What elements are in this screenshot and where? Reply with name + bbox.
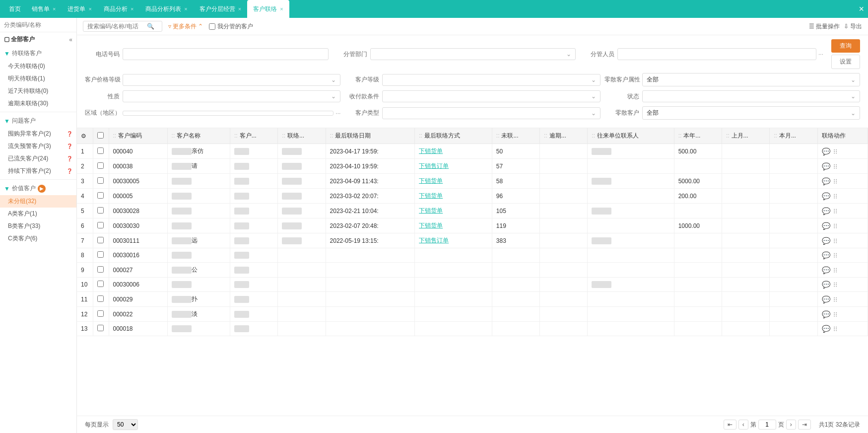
first-page-button[interactable]: ⇤ [724,420,736,430]
last-contact-link[interactable]: 下销售订单 [419,162,449,169]
col-checkbox[interactable] [93,128,109,144]
main-search-input[interactable] [87,23,147,30]
sidebar-group-pending[interactable]: ▼ 待联络客户 [0,47,76,60]
chat-icon[interactable]: 💬 [822,310,830,318]
sidebar-collapse-icon[interactable]: « [69,36,72,43]
query-button[interactable]: 查询 [831,39,860,53]
td-last-method[interactable]: 下销售订单 [415,233,492,248]
qr-icon[interactable]: ⁝⁝ [833,325,837,333]
td-last-method[interactable] [415,248,492,263]
td-last-method[interactable] [415,307,492,322]
filter-dept-select[interactable]: ⌄ [370,48,576,60]
row-checkbox[interactable] [97,222,104,228]
chat-icon[interactable]: 💬 [822,222,830,230]
row-checkbox[interactable] [97,207,104,214]
td-checkbox[interactable] [93,159,109,174]
td-checkbox[interactable] [93,292,109,307]
chat-icon[interactable]: 💬 [822,295,830,303]
filter-customer-type-select[interactable]: ⌄ [382,107,600,119]
td-last-method[interactable]: 下销货单 [415,174,492,189]
row-checkbox[interactable] [97,251,104,258]
sidebar-search-input[interactable] [4,21,77,28]
chat-icon[interactable]: 💬 [822,251,830,259]
filter-status-select[interactable]: ⌄ [642,90,860,102]
home-tab[interactable]: 首页 [4,0,26,18]
row-checkbox[interactable] [97,266,104,273]
row-checkbox[interactable] [97,147,104,154]
close-customer-segment-icon[interactable]: × [238,6,241,12]
page-size-select[interactable]: 50 20 100 [113,419,138,430]
next-page-button[interactable]: › [786,420,796,430]
chat-icon[interactable]: 💬 [822,281,830,289]
td-last-method[interactable]: 下销货单 [415,218,492,233]
batch-ops-button[interactable]: ☰ 批量操作 [809,22,840,31]
filter-manager-dots-icon[interactable]: ··· [818,51,823,58]
chat-icon[interactable]: 💬 [822,192,830,200]
filter-manager-input[interactable] [617,48,816,60]
qr-icon[interactable]: ⁝⁝ [833,207,837,215]
filter-price-level-select[interactable]: ⌄ [123,74,340,86]
tab-product-analysis-list[interactable]: 商品分析列表 × [139,0,193,18]
col-settings[interactable]: ⚙ [77,128,93,144]
filter-retail-customer-select[interactable]: 全部 ⌄ [642,106,860,120]
td-checkbox[interactable] [93,189,109,204]
row-checkbox[interactable] [97,177,104,184]
chat-icon[interactable]: 💬 [822,207,830,215]
close-customer-contact-icon[interactable]: × [280,6,283,12]
filter-retail-attr-select[interactable]: 全部 ⌄ [642,73,860,86]
qr-icon[interactable]: ⁝⁝ [833,147,837,155]
row-checkbox[interactable] [97,162,104,169]
my-customers-checkbox[interactable] [209,23,215,30]
close-all-button[interactable]: × [859,4,864,14]
sidebar-search-box[interactable]: 🔍 [0,18,76,32]
tab-product-analysis[interactable]: 商品分析 × [98,0,139,18]
td-last-method[interactable]: 下销货单 [415,144,492,159]
close-product-analysis-list-icon[interactable]: × [184,6,187,12]
tab-sales-order[interactable]: 销售单 × [26,0,62,18]
sidebar-item-ungroup[interactable]: 未分组(32) [0,195,76,208]
sidebar-group-value[interactable]: ▼ 价值客户 ▶ [0,182,76,195]
sidebar-item-7day-pending[interactable]: 近7天待联络(0) [0,85,76,97]
sidebar-item-class-b[interactable]: B类客户(33) [0,220,76,232]
last-contact-link[interactable]: 下销售订单 [419,237,449,244]
qr-icon[interactable]: ⁝⁝ [833,222,837,230]
td-checkbox[interactable] [93,278,109,292]
close-product-analysis-icon[interactable]: × [131,6,134,12]
close-sales-order-icon[interactable]: × [53,6,56,12]
td-last-method[interactable] [415,322,492,336]
page-number-input[interactable] [758,420,776,430]
more-conditions-button[interactable]: ▿ 更多条件 ⌃ [168,22,203,31]
td-checkbox[interactable] [93,263,109,278]
td-checkbox[interactable] [93,248,109,263]
filter-nature-select[interactable]: ⌄ [123,90,340,102]
last-contact-link[interactable]: 下销货单 [419,207,443,214]
td-last-method[interactable] [415,263,492,278]
select-all-checkbox[interactable] [97,132,104,139]
qr-icon[interactable]: ⁝⁝ [833,162,837,170]
row-checkbox[interactable] [97,295,104,302]
td-last-method[interactable] [415,292,492,307]
qr-icon[interactable]: ⁝⁝ [833,295,837,303]
qr-icon[interactable]: ⁝⁝ [833,266,837,274]
sidebar-group-problem[interactable]: ▼ 问题客户 [0,114,76,128]
td-checkbox[interactable] [93,322,109,336]
qr-icon[interactable]: ⁝⁝ [833,251,837,259]
sidebar-item-class-a[interactable]: A类客户(1) [0,208,76,220]
td-checkbox[interactable] [93,307,109,322]
close-purchase-order-icon[interactable]: × [88,6,91,12]
chat-icon[interactable]: 💬 [822,266,830,274]
last-contact-link[interactable]: 下销货单 [419,192,443,199]
sidebar-item-churned[interactable]: 已流失客户(24) ❓ [0,152,76,165]
qr-icon[interactable]: ⁝⁝ [833,192,837,200]
prev-page-button[interactable]: ‹ [738,420,748,430]
td-checkbox[interactable] [93,233,109,248]
last-contact-link[interactable]: 下销货单 [419,177,443,184]
td-last-method[interactable] [415,278,492,292]
td-checkbox[interactable] [93,204,109,218]
row-checkbox[interactable] [97,281,104,287]
sidebar-item-overdue-pending[interactable]: 逾期未联络(30) [0,97,76,110]
last-contact-link[interactable]: 下销货单 [419,222,443,229]
last-page-button[interactable]: ⇥ [798,420,811,430]
sidebar-item-churn-warning[interactable]: 流失预警客户(3) ❓ [0,140,76,152]
row-checkbox[interactable] [97,325,104,331]
